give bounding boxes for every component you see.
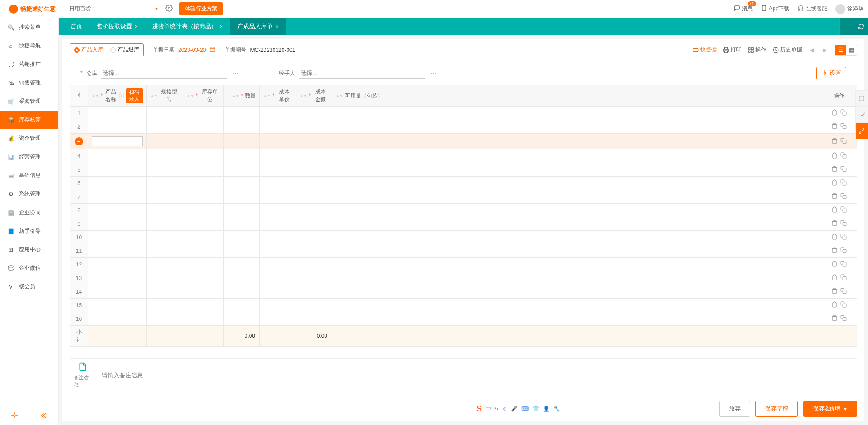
copy-row-icon[interactable] — [840, 154, 847, 160]
warehouse-input[interactable] — [101, 68, 227, 79]
table-row[interactable]: 16 — [70, 312, 857, 326]
delete-row-icon[interactable] — [831, 124, 838, 131]
delete-row-icon[interactable] — [831, 167, 838, 173]
ime-user-icon[interactable]: 👤 — [543, 406, 550, 412]
copy-row-icon[interactable] — [840, 139, 847, 145]
copy-row-icon[interactable] — [840, 221, 847, 228]
table-row[interactable]: 15 — [70, 299, 857, 312]
ime-smile-icon[interactable]: ☺ — [502, 406, 507, 412]
handler-more-icon[interactable]: ⋯ — [431, 70, 436, 76]
date-value[interactable]: 2023-03-20 — [178, 47, 206, 53]
operate-link[interactable]: 操作 — [748, 46, 766, 54]
shortcut-link[interactable]: 快捷键 — [693, 46, 717, 54]
copy-row-icon[interactable] — [840, 167, 847, 173]
sidebar-item-13[interactable]: 💬企业微信 — [0, 259, 58, 277]
table-row[interactable]: 10 — [70, 231, 857, 244]
calendar-icon[interactable] — [209, 46, 216, 54]
col-available[interactable]: ▲▼可用量（包装） — [332, 85, 821, 107]
table-row[interactable]: 4 — [70, 149, 857, 163]
sidebar-item-8[interactable]: ▤基础信息 — [0, 166, 58, 185]
copy-row-icon[interactable] — [840, 289, 847, 295]
radio-product-in[interactable]: 产品入库 — [71, 45, 106, 55]
strip-btn-3[interactable] — [855, 123, 868, 139]
tab-2[interactable]: 进货单统计表（按商品）× — [145, 18, 230, 35]
table-row[interactable]: + — [70, 134, 857, 149]
sidebar-item-6[interactable]: 💰资金管理 — [0, 129, 58, 148]
sidebar-item-10[interactable]: 🏢企业协同 — [0, 203, 58, 222]
tab-0[interactable]: 首页 — [63, 18, 90, 35]
col-product[interactable]: ▲▼*产品名称ⓘ扫码录入 — [88, 85, 147, 107]
sidebar-collapse-button[interactable] — [29, 407, 59, 425]
delete-row-icon[interactable] — [831, 235, 838, 241]
delete-row-icon[interactable] — [831, 154, 838, 160]
ime-lang[interactable]: 中 — [486, 405, 491, 413]
sidebar-item-9[interactable]: ⚙系统管理 — [0, 185, 58, 203]
tab-3[interactable]: 产成品入库单× — [230, 18, 286, 35]
table-row[interactable]: 9 — [70, 217, 857, 231]
tab-close-icon[interactable]: × — [135, 23, 138, 30]
tabs-refresh-button[interactable] — [854, 18, 868, 35]
strip-btn-1[interactable] — [855, 90, 868, 107]
print-link[interactable]: 打印 — [723, 46, 741, 54]
table-row[interactable]: 8 — [70, 204, 857, 217]
discard-button[interactable]: 放弃 — [719, 401, 750, 417]
app-download-link[interactable]: App下载 — [761, 5, 789, 13]
delete-row-icon[interactable] — [831, 194, 838, 201]
sidebar-item-11[interactable]: 📘新手引导 — [0, 222, 58, 240]
copy-row-icon[interactable] — [840, 124, 847, 131]
help-icon[interactable]: ⓘ — [119, 92, 124, 100]
delete-row-icon[interactable] — [831, 208, 838, 214]
radio-product-out[interactable]: 产品退库 — [108, 45, 142, 55]
messages-link[interactable]: 消息 70 — [734, 5, 753, 13]
col-qty[interactable]: ▲▼*数量 — [224, 85, 260, 107]
history-link[interactable]: 历史单据 — [773, 46, 802, 54]
copy-row-icon[interactable] — [840, 316, 847, 322]
delete-row-icon[interactable] — [831, 181, 838, 187]
scan-button[interactable]: 扫码录入 — [126, 88, 143, 103]
copy-row-icon[interactable] — [840, 276, 847, 282]
sidebar-item-2[interactable]: ⛶营销推广 — [0, 55, 58, 74]
handler-input[interactable] — [299, 68, 425, 79]
delete-row-icon[interactable] — [831, 139, 838, 145]
delete-row-icon[interactable] — [831, 289, 838, 295]
copy-row-icon[interactable] — [840, 194, 847, 201]
next-doc-button[interactable]: ▶ — [821, 47, 828, 53]
prev-doc-button[interactable]: ◀ — [808, 47, 815, 53]
table-row[interactable]: 13 — [70, 271, 857, 285]
industry-plan-button[interactable]: 体验行业方案 — [179, 2, 223, 15]
ime-tool-icon[interactable]: 🔧 — [553, 406, 560, 412]
ime-mic-icon[interactable]: 🎤 — [511, 406, 518, 412]
table-row[interactable]: 6 — [70, 177, 857, 190]
ime-dot-icon[interactable]: •› — [495, 406, 498, 412]
category-selector[interactable]: 日用百货 ▼ — [69, 5, 159, 13]
sidebar-item-3[interactable]: 🛍销售管理 — [0, 74, 58, 92]
copy-row-icon[interactable] — [840, 262, 847, 268]
copy-row-icon[interactable] — [840, 111, 847, 117]
save-new-button[interactable]: 保存&新增 ▼ — [803, 401, 857, 417]
copy-row-icon[interactable] — [840, 208, 847, 214]
col-price[interactable]: ▲▼*成本单价 — [260, 85, 296, 107]
sidebar-item-4[interactable]: 🛒采购管理 — [0, 92, 58, 111]
add-row-button[interactable]: + — [75, 137, 83, 145]
view-list-button[interactable]: ☰ — [835, 45, 846, 55]
delete-row-icon[interactable] — [831, 262, 838, 268]
sidebar-item-0[interactable]: 🔍搜索菜单 — [0, 18, 58, 37]
strip-btn-2[interactable] — [855, 107, 868, 123]
product-name-input[interactable] — [92, 136, 143, 146]
ime-keyboard-icon[interactable]: ⌨ — [521, 406, 529, 412]
delete-row-icon[interactable] — [831, 303, 838, 309]
settings-button[interactable]: 设置 — [816, 67, 846, 79]
col-amount[interactable]: ▲▼*成本金额 — [296, 85, 332, 107]
sidebar-item-7[interactable]: 📊经营管理 — [0, 148, 58, 166]
delete-row-icon[interactable] — [831, 316, 838, 322]
delete-row-icon[interactable] — [831, 248, 838, 255]
table-row[interactable]: 12 — [70, 258, 857, 271]
save-draft-button[interactable]: 保存草稿 — [755, 401, 798, 417]
tab-close-icon[interactable]: × — [220, 23, 223, 30]
table-row[interactable]: 11 — [70, 244, 857, 258]
gear-icon[interactable] — [165, 5, 173, 13]
table-row[interactable]: 5 — [70, 163, 857, 177]
tabs-minimize-button[interactable]: — — [839, 18, 854, 35]
delete-row-icon[interactable] — [831, 111, 838, 117]
copy-row-icon[interactable] — [840, 303, 847, 309]
